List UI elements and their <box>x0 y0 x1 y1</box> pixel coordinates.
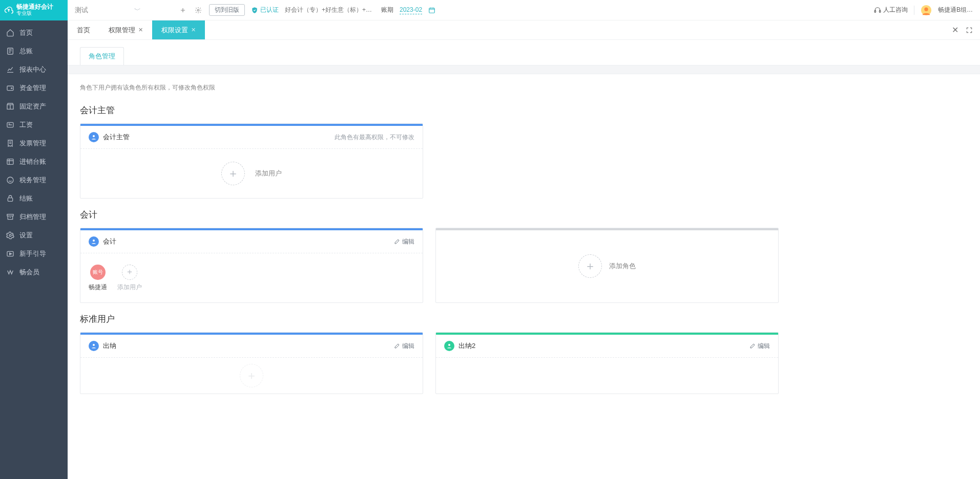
svg-point-10 <box>197 9 199 11</box>
sidebar-item-invoice[interactable]: 发票管理 <box>0 134 68 153</box>
cloud-upload-icon <box>4 6 13 15</box>
tab-permission-settings[interactable]: 权限设置 ✕ <box>152 20 205 39</box>
pencil-icon <box>749 343 756 349</box>
account-book-select[interactable]: 测试 ﹀ <box>75 6 172 15</box>
sidebar-item-label: 工资 <box>19 120 33 129</box>
archive-icon <box>6 213 14 221</box>
plus-icon: ＋ <box>122 265 137 280</box>
sidebar-item-label: 畅会员 <box>19 268 39 277</box>
edit-role-button[interactable]: 编辑 <box>749 342 770 351</box>
switch-old-button[interactable]: 切到旧版 <box>209 4 245 16</box>
add-role-label: 添加角色 <box>609 262 636 271</box>
section-title: 会计 <box>80 199 968 228</box>
headset-icon <box>874 7 881 14</box>
sidebar-item-reports[interactable]: 报表中心 <box>0 60 68 79</box>
sidebar-item-label: 发票管理 <box>19 139 46 148</box>
calendar-icon[interactable] <box>428 7 435 14</box>
gear-icon <box>6 231 14 239</box>
box-icon <box>6 102 14 111</box>
sidebar-item-funds[interactable]: 资金管理 <box>0 79 68 97</box>
person-icon <box>89 132 99 142</box>
shield-check-icon <box>251 7 258 14</box>
section-divider-band <box>68 65 980 74</box>
sidebar-item-label: 资金管理 <box>19 83 46 93</box>
sidebar-item-guide[interactable]: 新手引导 <box>0 245 68 263</box>
gear-icon <box>195 7 202 14</box>
add-role-card[interactable]: ＋ 添加角色 <box>435 228 779 303</box>
svg-rect-12 <box>874 10 875 12</box>
svg-rect-11 <box>429 8 435 12</box>
svg-point-18 <box>93 344 95 346</box>
edit-role-button[interactable]: 编辑 <box>394 237 414 246</box>
sidebar-item-label: 税务管理 <box>19 176 46 185</box>
brand-block: 畅捷通好会计 专业版 <box>0 0 68 20</box>
add-book-button[interactable] <box>178 6 187 15</box>
edit-label: 编辑 <box>758 342 770 351</box>
chevron-down-icon: ﹀ <box>134 6 141 15</box>
user-chip[interactable]: 账号 畅捷通 <box>89 265 107 292</box>
close-icon[interactable]: ✕ <box>138 27 143 33</box>
pencil-icon <box>394 238 400 245</box>
add-user-label: 添加用户 <box>255 169 282 178</box>
role-note: 此角色有最高权限，不可修改 <box>335 133 414 142</box>
tab-strip: 首页 权限管理 ✕ 权限设置 ✕ ✕ <box>68 20 980 40</box>
person-icon <box>444 341 454 351</box>
add-user-button[interactable]: ＋ <box>240 364 263 387</box>
sidebar-item-salary[interactable]: 工资 <box>0 116 68 134</box>
tax-icon <box>6 176 14 184</box>
edit-label: 编辑 <box>402 342 414 351</box>
support-link[interactable]: 人工咨询 <box>874 6 908 14</box>
sidebar-item-label: 固定资产 <box>19 102 46 111</box>
add-user-button[interactable]: ＋ <box>221 162 245 185</box>
edit-role-button[interactable]: 编辑 <box>394 342 414 351</box>
plus-icon <box>179 7 186 14</box>
svg-point-5 <box>7 177 13 183</box>
period-label: 账期 <box>381 6 393 14</box>
certified-label: 已认证 <box>260 6 279 14</box>
add-user-label: 添加用户 <box>117 283 142 292</box>
svg-rect-4 <box>7 159 13 165</box>
content: 角色管理 角色下用户拥有该角色所有权限，可修改角色权限 会计主管 会计主管 此角… <box>68 0 980 479</box>
plan-text: 好会计（专）+好生意（标）+… <box>285 6 372 14</box>
svg-rect-6 <box>8 198 12 202</box>
role-name: 出纳 <box>103 341 116 351</box>
svg-point-15 <box>924 7 928 11</box>
sidebar-item-label: 设置 <box>19 231 33 240</box>
period-value[interactable]: 2023-02 <box>400 6 422 14</box>
tab-permission-manage[interactable]: 权限管理 ✕ <box>99 20 152 39</box>
add-user-chip[interactable]: ＋ 添加用户 <box>117 265 142 292</box>
book-settings-button[interactable] <box>194 6 203 15</box>
user-badge: 账号 <box>90 265 106 280</box>
user-chip-name: 畅捷通 <box>89 283 107 292</box>
sidebar-item-settings[interactable]: 设置 <box>0 226 68 245</box>
close-icon[interactable]: ✕ <box>191 27 196 33</box>
user-avatar-icon[interactable] <box>921 5 932 16</box>
sidebar-item-archive[interactable]: 归档管理 <box>0 208 68 226</box>
sidebar-item-member[interactable]: 畅会员 <box>0 263 68 281</box>
invoice-icon <box>6 139 14 147</box>
sidebar-item-ledger[interactable]: 总账 <box>0 42 68 60</box>
play-icon <box>6 250 14 258</box>
home-icon <box>6 29 14 37</box>
sub-tab-role-manage[interactable]: 角色管理 <box>80 47 124 65</box>
svg-point-17 <box>93 239 95 242</box>
svg-rect-13 <box>879 10 880 12</box>
sub-tab-bar: 角色管理 <box>80 47 968 65</box>
role-card-cashier: 出纳 编辑 ＋ <box>80 332 423 394</box>
fullscreen-icon[interactable] <box>966 27 973 34</box>
close-all-tabs-button[interactable]: ✕ <box>952 25 958 35</box>
sidebar-item-home[interactable]: 首页 <box>0 24 68 42</box>
account-book-name: 测试 <box>75 6 88 15</box>
tab-home[interactable]: 首页 <box>68 20 99 39</box>
role-card-accountant: 会计 编辑 账号 畅捷通 ＋ 添加用户 <box>80 228 423 303</box>
role-name: 出纳2 <box>458 341 475 351</box>
sidebar-item-fixed-assets[interactable]: 固定资产 <box>0 97 68 116</box>
user-name[interactable]: 畅捷通B组… <box>938 6 973 14</box>
role-name: 会计 <box>103 237 116 246</box>
sidebar-item-close[interactable]: 结账 <box>0 189 68 208</box>
sidebar-item-inventory[interactable]: 进销台账 <box>0 153 68 171</box>
sidebar-item-tax[interactable]: 税务管理 <box>0 171 68 189</box>
sidebar: 畅捷通好会计 专业版 首页 总账 报表中心 资金管理 固定资产 工资 <box>0 0 68 479</box>
tab-label: 权限管理 <box>109 26 135 35</box>
sidebar-item-label: 首页 <box>19 28 33 37</box>
